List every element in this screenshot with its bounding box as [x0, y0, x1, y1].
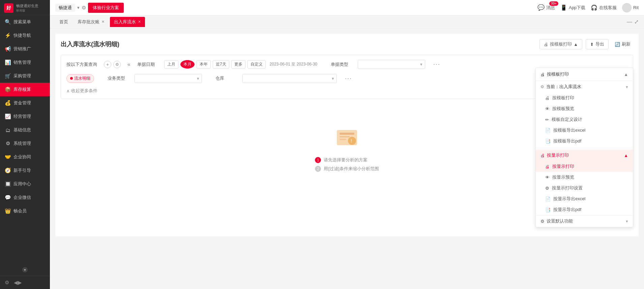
tab-expand-icon[interactable]: ⤢	[634, 19, 639, 25]
dp-header-chevron-up[interactable]: ▲	[624, 72, 628, 77]
sidebar-item-marketing[interactable]: 📢营销推广	[0, 42, 50, 56]
collapse-conditions-btn[interactable]: ∧ 收起更多条件	[66, 88, 97, 94]
dp-display-excel-icon: 📄	[545, 196, 551, 202]
collapse-chevron-up: ∧	[66, 88, 70, 94]
empty-illustration: !	[333, 123, 360, 150]
step-1-num: 1	[315, 157, 321, 163]
filter-collapse-btn[interactable]: «	[127, 61, 130, 68]
dp-display-header-left: 🖨 按显示打印	[540, 152, 569, 158]
print-btn[interactable]: 🖨 按模板打印 ▲	[539, 39, 582, 49]
sidebar-logo: 好 畅捷通好生意 标准版	[0, 0, 50, 15]
sidebar-item-quicknav[interactable]: ⚡快捷导航	[0, 29, 50, 42]
app-icon: 📱	[560, 4, 567, 11]
tab-flow-label: 出入库流水	[114, 19, 136, 25]
date-btn-thismonth[interactable]: 本月	[180, 60, 195, 69]
refresh-btn[interactable]: 🔄 刷新	[612, 40, 633, 49]
sidebar-item-sales[interactable]: 📊销售管理	[0, 56, 50, 69]
app-download-btn[interactable]: 📱 App下载	[560, 4, 585, 11]
filter-settings-btn[interactable]: ⚙	[113, 61, 121, 68]
online-service-btn[interactable]: 🎧 在线客服	[591, 4, 617, 11]
tab-batch-close[interactable]: ✕	[101, 20, 105, 24]
sidebar-item-guide[interactable]: 🧭新手引导	[0, 164, 50, 177]
dp-item-display-preview[interactable]: 👁 按显示预览	[536, 172, 633, 183]
warehouse-more-btn[interactable]: ···	[344, 75, 353, 82]
dp-display-chevron-up[interactable]: ▲	[624, 153, 628, 158]
dp-item-template-pdf-label: 按模板导出pdf	[553, 138, 581, 144]
date-btn-custom[interactable]: 自定义	[247, 60, 266, 69]
dp-current-chevron[interactable]: ▾	[626, 84, 628, 89]
nav-label-finance: 资金管理	[13, 100, 31, 106]
sidebar-item-wechat[interactable]: 💬企业微信	[0, 191, 50, 204]
app-label: App下载	[569, 5, 585, 11]
sidebar-item-system[interactable]: ⚙系统管理	[0, 137, 50, 150]
dp-item-template-print[interactable]: 🖨 按模板打印	[536, 93, 633, 103]
dp-item-template-design[interactable]: ✏ 模板自定义设计	[536, 114, 633, 125]
tabs-bar: 首页 库存批次账 ✕ 出入库流水 ✕ — ⤢	[50, 16, 644, 28]
tab-batch[interactable]: 库存批次账 ✕	[74, 17, 109, 27]
biz-type-select[interactable]	[135, 74, 202, 83]
step-1: 1 请先选择要分析的方案	[315, 156, 379, 164]
tab-minimize-icon[interactable]: —	[627, 19, 632, 25]
dp-item-display-preview-label: 按显示预览	[552, 174, 574, 180]
dp-item-template-preview[interactable]: 👁 按模板预览	[536, 103, 633, 114]
avatar	[622, 3, 632, 12]
header-gear-icon[interactable]: ⚙	[82, 5, 86, 11]
filter-tag-flow[interactable]: 流水明细	[66, 74, 94, 83]
nav-icon-system: ⚙	[5, 140, 11, 147]
settings-icon[interactable]: ⚙	[5, 280, 9, 286]
sidebar: 好 畅捷通好生意 标准版 🔍搜索菜单⚡快捷导航📢营销推广📊销售管理🛒采购管理📦库…	[0, 0, 50, 289]
step-2-text: 用[过滤]条件来缩小分析范围	[324, 164, 379, 173]
message-btn[interactable]: 💬 消息 99+	[537, 4, 555, 11]
dp-display-print-header[interactable]: 🖨 按显示打印 ▲	[536, 150, 633, 161]
sidebar-scroll-down[interactable]: ▼	[0, 264, 50, 276]
page-actions: 🖨 按模板打印 ▲ ⬆ 导出 🔄 刷新	[539, 39, 633, 49]
dp-item-display-print[interactable]: 🖨 按显示打印	[536, 161, 633, 172]
filter-add-btn[interactable]: +	[104, 61, 111, 68]
collapse-sidebar-icon[interactable]: ◀▶	[14, 280, 22, 286]
dp-footer[interactable]: ⚙ 设置默认功能 ▾	[536, 215, 633, 227]
username-dropdown-icon[interactable]: ▾	[77, 5, 80, 10]
logo-text-area: 畅捷通好生意 标准版	[16, 3, 38, 13]
trial-btn[interactable]: 体验行业方案	[88, 3, 124, 13]
dp-footer-chevron: ▾	[626, 219, 628, 224]
date-btn-more[interactable]: 更多	[231, 60, 245, 69]
nav-label-purchase: 采购管理	[13, 73, 31, 79]
date-btn-lastmonth[interactable]: 上月	[164, 60, 178, 69]
date-btn-7days[interactable]: 近7天	[213, 60, 229, 69]
dp-display-print-title: 按显示打印	[547, 152, 569, 158]
username-display[interactable]: 畅捷通	[55, 4, 75, 12]
warehouse-select[interactable]	[242, 74, 337, 83]
sidebar-item-inventory[interactable]: 📦库存核算	[0, 83, 50, 96]
type-select[interactable]	[358, 60, 425, 69]
sidebar-item-purchase[interactable]: 🛒采购管理	[0, 69, 50, 83]
sidebar-item-vip[interactable]: 👑畅会员	[0, 204, 50, 218]
tab-flow-close[interactable]: ✕	[138, 20, 141, 24]
dp-item-template-pdf[interactable]: 📑 按模板导出pdf	[536, 136, 633, 147]
sidebar-item-search[interactable]: 🔍搜索菜单	[0, 15, 50, 29]
export-btn[interactable]: ⬆ 导出	[586, 39, 609, 49]
dp-item-display-excel[interactable]: 📄 按显示导出excel	[536, 193, 633, 204]
sidebar-item-basic[interactable]: 🗂基础信息	[0, 123, 50, 137]
tab-home[interactable]: 首页	[55, 17, 72, 27]
scroll-down-btn[interactable]: ▼	[22, 267, 28, 272]
sidebar-item-apps[interactable]: 🔲应用中心	[0, 177, 50, 191]
dp-item-template-excel[interactable]: 📄 按模板导出excel	[536, 125, 633, 136]
sidebar-nav: 🔍搜索菜单⚡快捷导航📢营销推广📊销售管理🛒采购管理📦库存核算💰资金管理📈经营管理…	[0, 15, 50, 264]
dp-item-display-pdf[interactable]: 📑 按显示导出pdf	[536, 204, 633, 215]
dp-current-left: ⚙ 当前：出入库流水	[540, 84, 581, 90]
sidebar-item-corp[interactable]: 🤝企业协同	[0, 150, 50, 164]
sidebar-item-operations[interactable]: 📈经营管理	[0, 110, 50, 123]
sidebar-item-finance[interactable]: 💰资金管理	[0, 96, 50, 110]
nav-icon-finance: 💰	[5, 100, 11, 106]
user-profile-btn[interactable]: Rit	[622, 3, 639, 12]
dp-display-print-icon: 🖨	[540, 153, 545, 158]
svg-rect-3	[340, 139, 346, 140]
tab-flow[interactable]: 出入库流水 ✕	[110, 17, 145, 27]
nav-label-corp: 企业协同	[13, 154, 31, 160]
filter-add-btns: + ⚙	[104, 61, 121, 68]
dp-item-display-settings[interactable]: ⚙ 按显示打印设置	[536, 183, 633, 193]
type-filter-more-btn[interactable]: ···	[432, 61, 442, 68]
service-icon: 🎧	[591, 4, 597, 11]
date-btn-thisyear[interactable]: 本年	[197, 60, 211, 69]
dp-item-display-print-label: 按显示打印	[552, 163, 574, 169]
